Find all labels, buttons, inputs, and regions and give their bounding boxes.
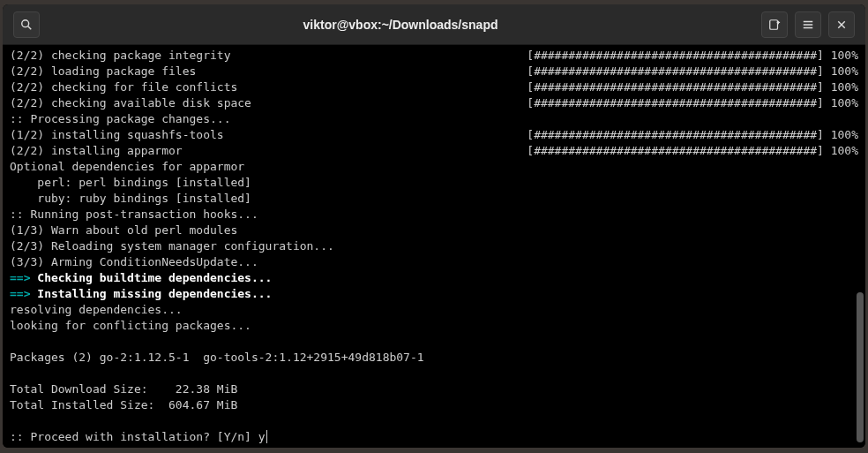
terminal-line: looking for conflicting packages... <box>10 318 858 334</box>
progress-bar: [#######################################… <box>527 127 858 143</box>
terminal-output[interactable]: (2/2) checking package integrity[#######… <box>3 45 865 448</box>
terminal-line: Packages (2) go-2:1.12.5-1 go-tools-2:1.… <box>10 350 858 366</box>
hamburger-icon <box>802 19 814 31</box>
svg-point-0 <box>22 19 29 26</box>
progress-bar: [#######################################… <box>527 79 858 95</box>
terminal-line: resolving dependencies... <box>10 302 858 318</box>
progress-bar: [#######################################… <box>527 64 858 79</box>
arrow-marker: ==> <box>10 287 30 300</box>
terminal-line: Optional dependencies for apparmor <box>10 159 858 175</box>
terminal-line: ruby: ruby bindings [installed] <box>10 191 858 207</box>
progress-bar: [#######################################… <box>527 95 858 111</box>
terminal-line: (2/3) Reloading system manager configura… <box>10 238 858 254</box>
terminal-line: (3/3) Arming ConditionNeedsUpdate... <box>10 254 858 270</box>
progress-label: (2/2) checking package integrity <box>10 48 230 64</box>
cursor <box>266 430 267 443</box>
progress-bar: [#######################################… <box>527 48 858 64</box>
menu-button[interactable] <box>795 11 821 38</box>
terminal-window: viktor@vbox:~/Downloads/snapd (2/2) chec… <box>3 4 865 448</box>
progress-bar: [#######################################… <box>527 143 858 159</box>
terminal-line: :: Processing package changes... <box>10 111 858 127</box>
progress-label: (2/2) installing apparmor <box>10 143 183 159</box>
new-tab-icon <box>768 19 781 31</box>
close-button[interactable] <box>828 11 855 38</box>
terminal-line: :: Running post-transaction hooks... <box>10 207 858 223</box>
search-icon <box>20 19 33 31</box>
terminal-line: perl: perl bindings [installed] <box>10 175 858 191</box>
svg-line-1 <box>28 26 32 29</box>
terminal-line: ==> Installing missing dependencies... <box>10 286 858 302</box>
progress-label: (2/2) loading package files <box>10 64 196 79</box>
terminal-line: ==> Checking buildtime dependencies... <box>10 270 858 286</box>
svg-rect-2 <box>770 19 778 29</box>
new-tab-button[interactable] <box>761 11 788 38</box>
terminal-line: (1/3) Warn about old perl modules <box>10 223 858 238</box>
progress-label: (1/2) installing squashfs-tools <box>10 127 224 143</box>
window-title: viktor@vbox:~/Downloads/snapd <box>43 18 758 32</box>
scrollbar[interactable] <box>857 292 864 442</box>
terminal-line <box>10 366 858 381</box>
progress-label: (2/2) checking for file conflicts <box>10 79 237 95</box>
progress-label: (2/2) checking available disk space <box>10 95 251 111</box>
terminal-line: Total Download Size: 22.38 MiB <box>10 381 858 397</box>
close-icon <box>836 19 847 30</box>
terminal-line: Total Installed Size: 604.67 MiB <box>10 397 858 413</box>
terminal-line <box>10 413 858 429</box>
arrow-marker: ==> <box>10 271 30 284</box>
prompt-line: :: Proceed with installation? [Y/n] y <box>10 429 858 445</box>
search-button[interactable] <box>13 11 40 38</box>
titlebar: viktor@vbox:~/Downloads/snapd <box>3 4 865 45</box>
terminal-line <box>10 334 858 350</box>
